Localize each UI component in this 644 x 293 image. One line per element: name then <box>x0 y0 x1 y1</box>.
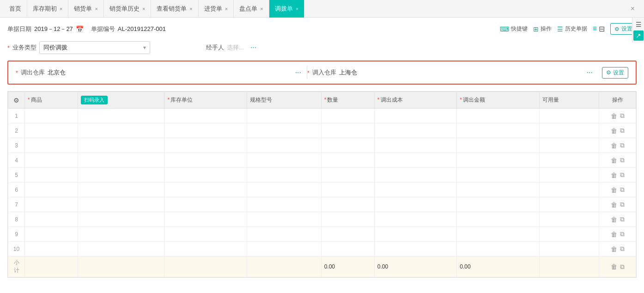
layout-split-icon[interactable]: ⊟ <box>599 24 605 33</box>
tab-view-sales[interactable]: 查看销货单 × <box>151 0 198 18</box>
cell-product[interactable] <box>25 227 78 242</box>
delete-row-button[interactable]: 🗑 <box>611 112 617 120</box>
tab-home[interactable]: 首页 <box>4 0 27 18</box>
calendar-icon[interactable]: 📅 <box>76 25 84 33</box>
copy-row-button[interactable]: ⧉ <box>620 230 625 238</box>
copy-row-button[interactable]: ⧉ <box>620 245 625 253</box>
cell-quantity[interactable] <box>321 153 374 168</box>
sidebar-export-icon[interactable]: ↗ <box>633 31 644 41</box>
delete-row-button[interactable]: 🗑 <box>611 127 617 134</box>
cell-unit[interactable] <box>164 109 247 123</box>
cell-amount[interactable] <box>457 168 539 183</box>
cell-spec[interactable] <box>247 227 321 242</box>
date-value[interactable]: 2019－12－27 <box>34 25 73 33</box>
cell-quantity[interactable] <box>321 197 374 212</box>
person-more-button[interactable]: ··· <box>250 43 256 52</box>
delete-row-button[interactable]: 🗑 <box>611 142 617 149</box>
cell-product[interactable] <box>25 109 78 123</box>
cell-cost[interactable] <box>374 123 456 138</box>
close-tab-view-sales[interactable]: × <box>189 6 192 12</box>
cell-quantity[interactable] <box>321 123 374 138</box>
cell-amount[interactable] <box>457 138 539 153</box>
delete-row-button[interactable]: 🗑 <box>611 171 617 179</box>
delete-row-button[interactable]: 🗑 <box>611 186 617 194</box>
copy-row-button[interactable]: ⧉ <box>620 263 625 271</box>
delete-row-button[interactable]: 🗑 <box>611 263 617 270</box>
operations-button[interactable]: ⊞ 操作 <box>533 25 552 33</box>
close-tab-sales-order[interactable]: × <box>95 6 97 12</box>
cell-amount[interactable] <box>457 227 539 242</box>
delete-row-button[interactable]: 🗑 <box>611 157 617 164</box>
cell-spec[interactable] <box>247 212 321 227</box>
copy-row-button[interactable]: ⧉ <box>620 186 625 194</box>
cell-unit[interactable] <box>164 197 247 212</box>
cell-amount[interactable] <box>457 212 539 227</box>
cell-cost[interactable] <box>374 183 456 197</box>
cell-spec[interactable] <box>247 109 321 123</box>
copy-row-button[interactable]: ⧉ <box>620 141 625 149</box>
cell-cost[interactable] <box>374 242 456 256</box>
cell-unit[interactable] <box>164 212 247 227</box>
cell-amount[interactable] <box>457 242 539 256</box>
cell-product[interactable] <box>25 138 78 153</box>
delete-row-button[interactable]: 🗑 <box>611 231 617 238</box>
tab-transfer[interactable]: 调拨单 × <box>269 0 304 18</box>
cell-unit[interactable] <box>164 227 247 242</box>
cell-cost[interactable] <box>374 153 456 168</box>
cell-product[interactable] <box>25 153 78 168</box>
close-tab-purchase-order[interactable]: × <box>225 6 228 12</box>
cell-spec[interactable] <box>247 183 321 197</box>
cell-cost[interactable] <box>374 168 456 183</box>
warehouse-settings-button[interactable]: ⚙ 设置 <box>602 67 628 79</box>
cell-amount[interactable] <box>457 183 539 197</box>
cell-product[interactable] <box>25 242 78 256</box>
cell-unit[interactable] <box>164 123 247 138</box>
delete-row-button[interactable]: 🗑 <box>611 201 617 208</box>
cell-unit[interactable] <box>164 183 247 197</box>
cell-quantity[interactable] <box>321 183 374 197</box>
tab-sales-order[interactable]: 销货单 × <box>68 0 103 18</box>
shortcuts-button[interactable]: ⌨ 快捷键 <box>500 25 528 33</box>
copy-row-button[interactable]: ⧉ <box>620 201 625 208</box>
close-tab-inventory-count[interactable]: × <box>260 6 263 12</box>
tab-purchase-order[interactable]: 进货单 × <box>199 0 234 18</box>
copy-row-button[interactable]: ⧉ <box>620 112 625 120</box>
cell-quantity[interactable] <box>321 138 374 153</box>
cell-product[interactable] <box>25 123 78 138</box>
out-warehouse-more-button[interactable]: ··· <box>295 68 307 77</box>
sidebar-list-icon[interactable]: ☰ <box>633 19 644 30</box>
close-tab-transfer[interactable]: × <box>296 6 298 12</box>
cell-amount[interactable] <box>457 109 539 123</box>
cell-quantity[interactable] <box>321 212 374 227</box>
cell-spec[interactable] <box>247 123 321 138</box>
cell-amount[interactable] <box>457 123 539 138</box>
tab-inventory-init[interactable]: 库存期初 × <box>27 0 68 18</box>
scan-button[interactable]: 扫码录入 <box>81 96 108 104</box>
cell-unit[interactable] <box>164 168 247 183</box>
in-warehouse-more-button[interactable]: ··· <box>587 68 598 77</box>
cell-quantity[interactable] <box>321 227 374 242</box>
tab-sales-history[interactable]: 销货单历史 × <box>104 0 151 18</box>
cell-cost[interactable] <box>374 227 456 242</box>
biz-type-select[interactable]: 同价调拨 ▾ <box>39 41 150 54</box>
close-all-button[interactable]: × <box>625 5 640 13</box>
cell-amount[interactable] <box>457 197 539 212</box>
cell-amount[interactable] <box>457 153 539 168</box>
close-tab-inventory-init[interactable]: × <box>60 6 62 12</box>
cell-unit[interactable] <box>164 153 247 168</box>
table-settings-icon[interactable]: ⚙ <box>13 97 19 104</box>
cell-cost[interactable] <box>374 197 456 212</box>
copy-row-button[interactable]: ⧉ <box>620 156 625 164</box>
cell-product[interactable] <box>25 197 78 212</box>
cell-quantity[interactable] <box>321 168 374 183</box>
cell-unit[interactable] <box>164 242 247 256</box>
in-warehouse-value[interactable]: 上海仓 <box>339 68 357 77</box>
cell-quantity[interactable] <box>321 109 374 123</box>
out-warehouse-value[interactable]: 北京仓 <box>48 68 66 77</box>
copy-row-button[interactable]: ⧉ <box>620 215 625 223</box>
cell-spec[interactable] <box>247 138 321 153</box>
cell-product[interactable] <box>25 183 78 197</box>
cell-quantity[interactable] <box>321 242 374 256</box>
person-select[interactable]: 选择... <box>227 43 244 52</box>
copy-row-button[interactable]: ⧉ <box>620 127 625 134</box>
